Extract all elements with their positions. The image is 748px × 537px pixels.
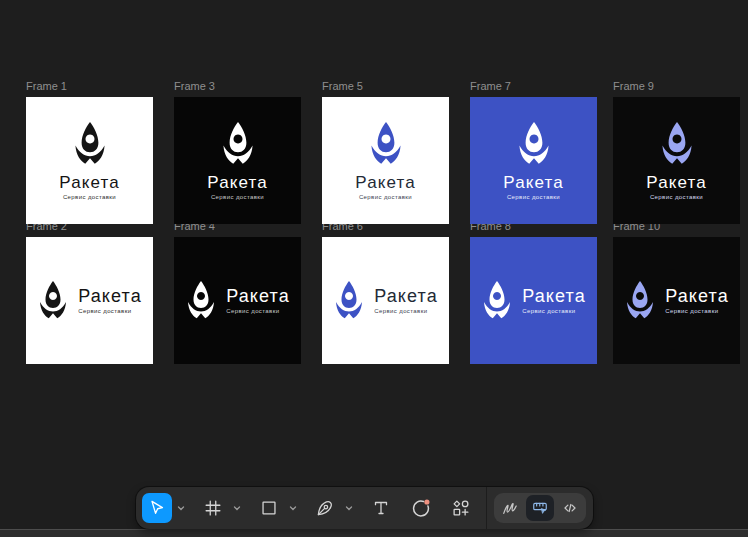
logo-title: Ракета	[665, 287, 729, 305]
mode-toggle-pill	[494, 493, 586, 523]
logo-text: Ракета Сервис доставки	[503, 174, 563, 200]
shape-tool-dropdown[interactable]	[286, 493, 300, 523]
frame-5[interactable]: Ракета Сервис доставки	[322, 97, 449, 224]
move-tool-dropdown[interactable]	[174, 493, 188, 523]
logo-text: Ракета Сервис доставки	[59, 174, 119, 200]
logo: Ракета Сервис доставки	[355, 121, 415, 200]
rocket-icon	[516, 121, 552, 168]
annotate-tool-button[interactable]	[496, 495, 524, 521]
frame-grid-icon	[202, 497, 224, 519]
logo: Ракета Сервис доставки	[207, 121, 267, 200]
frame-label-2[interactable]: Frame 3	[174, 80, 215, 93]
rocket-icon	[659, 121, 695, 168]
rocket-icon	[333, 280, 365, 322]
rocket-icon	[481, 280, 513, 322]
logo-subtitle: Сервис доставки	[63, 194, 116, 200]
logo-text: Ракета Сервис доставки	[207, 174, 267, 200]
rocket-icon	[220, 121, 256, 168]
logo-text: Ракета Сервис доставки	[646, 174, 706, 200]
pen-icon	[314, 497, 336, 519]
frame-label-4[interactable]: Frame 7	[470, 80, 511, 93]
logo-text: Ракета Сервис доставки	[374, 287, 438, 314]
toolbar-right-section	[486, 487, 593, 529]
logo-title: Ракета	[226, 287, 290, 305]
frame-4[interactable]: Ракета Сервис доставки	[174, 237, 301, 364]
logo-text: Ракета Сервис доставки	[226, 287, 290, 314]
logo-title: Ракета	[59, 174, 119, 191]
chevron-down-icon	[289, 504, 297, 512]
logo-text: Ракета Сервис доставки	[522, 287, 586, 314]
logo-subtitle: Сервис доставки	[650, 194, 703, 200]
logo-subtitle: Сервис доставки	[359, 194, 412, 200]
logo-title: Ракета	[78, 287, 142, 305]
logo-title: Ракета	[207, 174, 267, 191]
actions-tool-group	[406, 493, 436, 523]
chevron-down-icon	[233, 504, 241, 512]
figma-canvas-window: { "canvas": { "label_color": "#8f8f8f", …	[0, 0, 748, 537]
text-tool-group	[366, 493, 396, 523]
dev-code-icon	[560, 498, 580, 518]
frame-9[interactable]: Ракета Сервис доставки	[613, 97, 740, 224]
frame-tool-group	[198, 493, 244, 523]
frame-tool-dropdown[interactable]	[230, 493, 244, 523]
logo-title: Ракета	[646, 174, 706, 191]
frame-tool-button[interactable]	[198, 493, 228, 523]
logo-subtitle: Сервис доставки	[211, 194, 264, 200]
cursor-icon	[147, 498, 167, 518]
resources-shapes-icon	[450, 497, 472, 519]
move-tool-group	[142, 493, 188, 523]
frame-3[interactable]: Ракета Сервис доставки	[174, 97, 301, 224]
logo: Ракета Сервис доставки	[481, 280, 586, 322]
frame-label-3[interactable]: Frame 5	[322, 80, 363, 93]
logo: Ракета Сервис доставки	[37, 280, 142, 322]
frame-1[interactable]: Ракета Сервис доставки	[26, 97, 153, 224]
shape-tool-group	[254, 493, 300, 523]
logo-text: Ракета Сервис доставки	[78, 287, 142, 314]
frame-7[interactable]: Ракета Сервис доставки	[470, 97, 597, 224]
pen-tool-button[interactable]	[310, 493, 340, 523]
frame-2[interactable]: Ракета Сервис доставки	[26, 237, 153, 364]
shape-tool-button[interactable]	[254, 493, 284, 523]
logo-title: Ракета	[522, 287, 586, 305]
notification-dot	[424, 499, 429, 504]
logo-subtitle: Сервис доставки	[78, 308, 131, 314]
actions-button[interactable]	[406, 493, 436, 523]
rocket-icon	[368, 121, 404, 168]
toolbar-main-section	[136, 487, 486, 529]
logo: Ракета Сервис доставки	[646, 121, 706, 200]
frame-6[interactable]: Ракета Сервис доставки	[322, 237, 449, 364]
scribble-icon	[500, 498, 520, 518]
window-bottom-strip	[0, 529, 748, 537]
canvas[interactable]: Frame 1 Ракета Сервис доставки Frame 3 Р…	[0, 0, 748, 537]
chevron-down-icon	[345, 504, 353, 512]
rocket-icon	[185, 280, 217, 322]
pen-tool-group	[310, 493, 356, 523]
measure-tool-button[interactable]	[526, 495, 554, 521]
logo-text: Ракета Сервис доставки	[665, 287, 729, 314]
resources-tool-group	[446, 493, 476, 523]
frame-label-1[interactable]: Frame 1	[26, 80, 67, 93]
dev-mode-code-button[interactable]	[556, 495, 584, 521]
logo: Ракета Сервис доставки	[59, 121, 119, 200]
logo-text: Ракета Сервис доставки	[355, 174, 415, 200]
text-tool-button[interactable]	[366, 493, 396, 523]
rectangle-icon	[258, 497, 280, 519]
logo-subtitle: Сервис доставки	[374, 308, 427, 314]
resources-button[interactable]	[446, 493, 476, 523]
frame-10[interactable]: Ракета Сервис доставки	[613, 237, 740, 364]
frame-8[interactable]: Ракета Сервис доставки	[470, 237, 597, 364]
logo-title: Ракета	[374, 287, 438, 305]
rocket-icon	[624, 280, 656, 322]
logo: Ракета Сервис доставки	[333, 280, 438, 322]
rocket-icon	[37, 280, 69, 322]
logo-subtitle: Сервис доставки	[665, 308, 718, 314]
logo-title: Ракета	[503, 174, 563, 191]
logo-subtitle: Сервис доставки	[507, 194, 560, 200]
logo-title: Ракета	[355, 174, 415, 191]
move-tool-button[interactable]	[142, 493, 172, 523]
pen-tool-dropdown[interactable]	[342, 493, 356, 523]
frame-label-5[interactable]: Frame 9	[613, 80, 654, 93]
logo: Ракета Сервис доставки	[503, 121, 563, 200]
toolbar	[136, 487, 593, 529]
rocket-icon	[72, 121, 108, 168]
